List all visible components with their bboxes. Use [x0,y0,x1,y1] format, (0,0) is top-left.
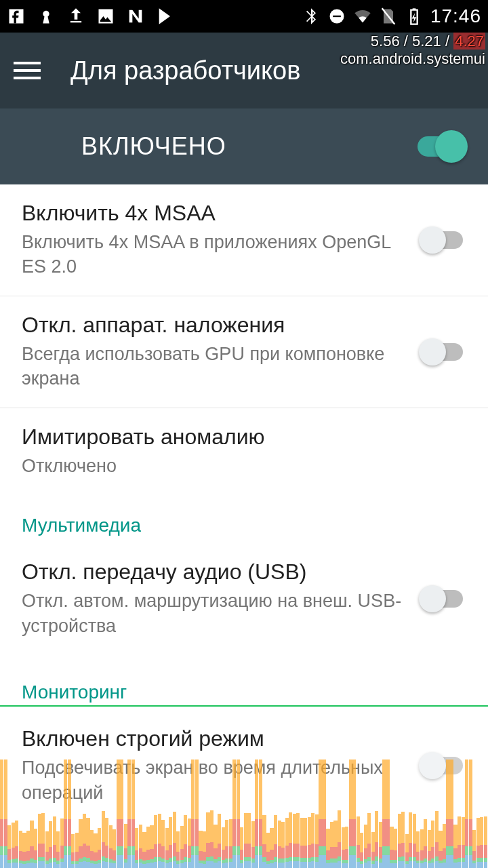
menu-icon[interactable] [11,54,43,87]
page-title: Для разработчиков [70,56,300,85]
setting-subtitle: Включить 4x MSAA в приложениях OpenGL ES… [22,230,403,279]
wifi-icon [353,7,372,26]
master-switch-label: ВКЛЮЧЕНО [81,132,226,161]
setting-simulate-anomaly[interactable]: Имитировать аномалию Отключено [0,408,488,494]
dnd-icon [327,7,346,26]
setting-subtitle: Подсвечивать экран во время длительных о… [22,755,403,805]
setting-strict-mode[interactable]: Включен строгий режим Подсвечивать экран… [0,710,488,846]
setting-title: Включен строгий режим [22,726,403,751]
keyhole-icon [37,7,56,26]
usb-audio-switch[interactable] [419,585,466,612]
bluetooth-icon [302,7,321,26]
play-store-icon [156,7,175,26]
overlays-switch[interactable] [419,338,466,366]
master-switch[interactable] [412,130,466,163]
setting-title: Включить 4x MSAA [22,201,403,226]
setting-title: Откл. передачу аудио (USB) [22,559,403,585]
setting-title: Откл. аппарат. наложения [22,313,403,338]
image-icon [96,7,115,26]
section-monitoring: Мониторинг [0,654,488,710]
master-switch-row[interactable]: ВКЛЮЧЕНО [0,108,488,184]
setting-4x-msaa[interactable]: Включить 4x MSAA Включить 4x MSAA в прил… [0,184,488,296]
svg-point-0 [43,11,49,17]
setting-subtitle: Отключено [22,454,450,478]
svg-rect-3 [413,8,416,9]
no-sim-icon [379,7,398,26]
debug-overlay: 5.56 / 5.21 / 4.27 com.android.systemui [340,33,485,68]
facebook-icon [7,7,26,26]
strict-switch[interactable] [419,752,466,779]
battery-icon [405,7,424,26]
status-time: 17:46 [430,5,481,27]
setting-subtitle: Всегда использовать GPU при компоновке э… [22,342,403,391]
setting-title: Имитировать аномалию [22,425,450,450]
upload-icon [66,7,85,26]
section-multimedia: Мультимедиа [0,494,488,543]
setting-hw-overlays[interactable]: Откл. аппарат. наложения Всегда использо… [0,296,488,408]
svg-rect-2 [333,16,341,17]
setting-usb-audio[interactable]: Откл. передачу аудио (USB) Откл. автом. … [0,543,488,654]
msaa-switch[interactable] [419,226,466,254]
setting-subtitle: Откл. автом. маршрутизацию на внеш. USB-… [22,589,403,638]
n-icon [126,7,145,26]
status-bar: 17:46 [0,0,488,33]
